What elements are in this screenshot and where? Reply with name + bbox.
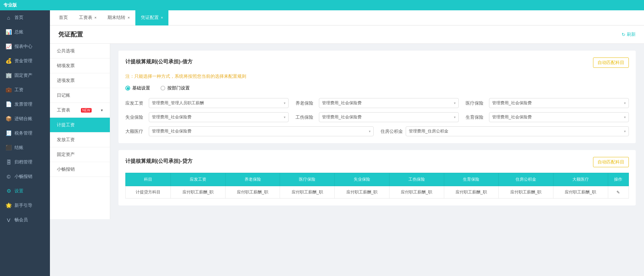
sidebar-item-tax-mgmt[interactable]: 🧾税务管理 bbox=[0, 126, 50, 140]
page-header: 凭证配置 ↻ 刷新 bbox=[50, 25, 644, 44]
debit-auto-match-button[interactable]: 自动匹配科目 bbox=[593, 57, 629, 68]
tab-close-voucher[interactable]: × bbox=[161, 15, 163, 20]
sidebar-item-vip[interactable]: V畅会员 bbox=[0, 213, 50, 227]
select-unemployment[interactable]: 管理费用_社会保险费 ▾ bbox=[149, 112, 289, 122]
debit-section: 计提核算规则(公司承担)-借方 自动匹配科目 注：只能选择一种方式，系统将按照您… bbox=[118, 51, 636, 143]
radio-basic[interactable]: 基础设置 bbox=[125, 85, 150, 91]
sidebar-item-close[interactable]: ⬛结账 bbox=[0, 140, 50, 155]
right-content: 计提核算规则(公司承担)-借方 自动匹配科目 注：只能选择一种方式，系统将按照您… bbox=[110, 44, 644, 219]
tab-home[interactable]: 首页 bbox=[53, 10, 73, 25]
top-bar: 专业版 bbox=[0, 0, 644, 10]
radio-basic-label: 基础设置 bbox=[132, 85, 150, 91]
sidebar-label-fund: 资金管理 bbox=[14, 58, 32, 64]
sidebar-item-general-ledger[interactable]: 📊总账 bbox=[0, 25, 50, 39]
left-nav-label-pay-salary: 发放工资 bbox=[57, 137, 75, 143]
sidebar-item-report-center[interactable]: 📈报表中心 bbox=[0, 39, 50, 54]
inventory-icon: 📦 bbox=[6, 116, 12, 122]
sidebar-label-general-ledger: 总账 bbox=[14, 29, 23, 35]
debit-section-header: 计提核算规则(公司承担)-借方 自动匹配科目 bbox=[125, 57, 629, 68]
left-nav-mini-reimb[interactable]: 小畅报销 bbox=[50, 162, 110, 177]
tab-close-salary[interactable]: × bbox=[94, 15, 96, 20]
sidebar-item-salary[interactable]: 💼工资 bbox=[0, 83, 50, 97]
left-nav-calc-salary[interactable]: 计提工资 bbox=[50, 118, 110, 132]
sidebar-item-fixed-assets[interactable]: 🏢固定资产 bbox=[0, 68, 50, 83]
select-large-medical[interactable]: 管理费用_社会保险费 ▾ bbox=[149, 126, 374, 136]
form-item-large-medical: 大额医疗 管理费用_社会保险费 ▾ bbox=[125, 126, 374, 136]
sidebar-label-guide: 新手引导 bbox=[14, 202, 32, 209]
select-maternity[interactable]: 管理费用_社会保险费 ▾ bbox=[489, 112, 629, 122]
sidebar-label-close: 结账 bbox=[14, 145, 23, 151]
badge-new: NEW bbox=[81, 108, 92, 113]
th-work-injury: 工伤保险 bbox=[389, 173, 444, 186]
left-nav-label-sales-invoice: 销项发票 bbox=[57, 63, 75, 69]
select-salary[interactable]: 管理费用_管理人员职工薪酬 ▾ bbox=[149, 98, 289, 108]
left-nav-public[interactable]: 公共选项 bbox=[50, 44, 110, 59]
th-housing-fund: 住房公积金 bbox=[499, 173, 553, 186]
form-item-salary: 应发工资 管理费用_管理人员职工薪酬 ▾ bbox=[125, 98, 289, 108]
general-ledger-icon: 📊 bbox=[6, 29, 12, 35]
sidebar-item-home[interactable]: ⌂首页 bbox=[0, 10, 50, 25]
left-nav-sales-invoice[interactable]: 销项发票 bbox=[50, 59, 110, 73]
left-nav-label-purchase-invoice: 进项发票 bbox=[57, 77, 75, 84]
th-pension: 养老保险 bbox=[225, 173, 280, 186]
select-pension[interactable]: 管理费用_社会保险费 ▾ bbox=[319, 98, 459, 108]
left-nav-label-calc-salary: 计提工资 bbox=[57, 122, 75, 128]
select-work-injury[interactable]: 管理费用_社会保险费 ▾ bbox=[319, 112, 459, 122]
tab-period[interactable]: 期末结转× bbox=[102, 10, 135, 25]
page-title: 凭证配置 bbox=[58, 30, 83, 39]
sidebar-item-invoice-mgmt[interactable]: 📄发票管理 bbox=[0, 97, 50, 112]
home-icon: ⌂ bbox=[6, 15, 12, 21]
select-medical[interactable]: 管理费用_社会保险费 ▾ bbox=[489, 98, 629, 108]
report-center-icon: 📈 bbox=[6, 43, 12, 50]
main-layout: 公共选项销项发票进项发票日记账工资表NEW▾计提工资发放工资固定资产小畅报销 计… bbox=[50, 44, 644, 219]
td-salary: 应付职工薪酬_职 bbox=[171, 186, 226, 199]
td-action[interactable]: ✎ bbox=[608, 186, 629, 199]
select-housing-fund[interactable]: 管理费用_住房公积金 ▾ bbox=[406, 126, 629, 136]
label-large-medical: 大额医疗 bbox=[125, 128, 146, 135]
left-nav-pay-salary[interactable]: 发放工资 bbox=[50, 132, 110, 147]
td-unemployment: 应付职工薪酬_职 bbox=[335, 186, 389, 199]
left-nav: 公共选项销项发票进项发票日记账工资表NEW▾计提工资发放工资固定资产小畅报销 bbox=[50, 44, 110, 219]
chevron-down-icon: ▾ bbox=[101, 108, 103, 113]
sidebar-item-mini-expense[interactable]: ©小畅报销 bbox=[0, 169, 50, 184]
credit-section-header: 计提核算规则(公司承担)-贷方 自动匹配科目 bbox=[125, 157, 629, 167]
td-large-medical: 应付职工薪酬_职 bbox=[553, 186, 608, 199]
radio-dept[interactable]: 按部门设置 bbox=[160, 85, 190, 91]
settings-icon: ⚙ bbox=[6, 188, 12, 194]
sidebar-item-guide[interactable]: 🌟新手引导 bbox=[0, 198, 50, 213]
close-icon: ⬛ bbox=[6, 145, 12, 151]
form-item-work-injury: 工伤保险 管理费用_社会保险费 ▾ bbox=[295, 112, 459, 122]
radio-dept-label: 按部门设置 bbox=[167, 85, 190, 91]
refresh-button[interactable]: ↻ 刷新 bbox=[622, 31, 636, 38]
tab-close-period[interactable]: × bbox=[127, 15, 129, 20]
sidebar-label-inventory: 进销台账 bbox=[14, 116, 32, 122]
td-work-injury: 应付职工薪酬_职 bbox=[389, 186, 444, 199]
credit-table: 科目 应发工资 养老保险 医疗保险 失业保险 工伤保险 生育保险 住房公积金 大… bbox=[125, 173, 629, 199]
form-item-medical: 医疗保险 管理费用_社会保险费 ▾ bbox=[466, 98, 629, 108]
radio-group: 基础设置 按部门设置 bbox=[125, 85, 629, 91]
left-nav-purchase-invoice[interactable]: 进项发票 bbox=[50, 73, 110, 88]
sidebar-item-inventory[interactable]: 📦进销台账 bbox=[0, 112, 50, 126]
salary-icon: 💼 bbox=[6, 87, 12, 93]
table-row: 计提贷方科目 应付职工薪酬_职 应付职工薪酬_职 应付职工薪酬_职 应付职工薪酬… bbox=[126, 186, 629, 199]
tab-bar: 首页工资表×期末结转×凭证配置× bbox=[50, 10, 644, 25]
mini-expense-icon: © bbox=[6, 174, 12, 180]
th-action: 操作 bbox=[608, 173, 629, 186]
radio-dept-circle bbox=[160, 86, 165, 91]
left-nav-journal[interactable]: 日记账 bbox=[50, 88, 110, 103]
debit-form-grid: 应发工资 管理费用_管理人员职工薪酬 ▾ 养老保险 管理费用_社会保险费 bbox=[125, 98, 629, 122]
form-item-unemployment: 失业保险 管理费用_社会保险费 ▾ bbox=[125, 112, 289, 122]
sidebar-label-vip: 畅会员 bbox=[14, 217, 28, 223]
debit-section-title: 计提核算规则(公司承担)-借方 bbox=[125, 59, 193, 65]
credit-auto-match-button[interactable]: 自动匹配科目 bbox=[593, 157, 629, 167]
sidebar-item-fund[interactable]: 💰资金管理 bbox=[0, 54, 50, 68]
left-nav-salary-table[interactable]: 工资表NEW▾ bbox=[50, 103, 110, 118]
tab-voucher[interactable]: 凭证配置× bbox=[135, 10, 168, 25]
tab-salary[interactable]: 工资表× bbox=[73, 10, 102, 25]
left-nav-fixed-assets[interactable]: 固定资产 bbox=[50, 147, 110, 162]
sidebar: ⌂首页📊总账📈报表中心💰资金管理🏢固定资产💼工资📄发票管理📦进销台账🧾税务管理⬛… bbox=[0, 10, 50, 276]
debit-form-row2: 大额医疗 管理费用_社会保险费 ▾ 住房公积金 管理费用_住房公积金 bbox=[125, 126, 629, 136]
radio-basic-circle bbox=[125, 86, 130, 91]
sidebar-item-settings[interactable]: ⚙设置 bbox=[0, 184, 50, 198]
sidebar-item-archive[interactable]: 🗄归档管理 bbox=[0, 155, 50, 169]
